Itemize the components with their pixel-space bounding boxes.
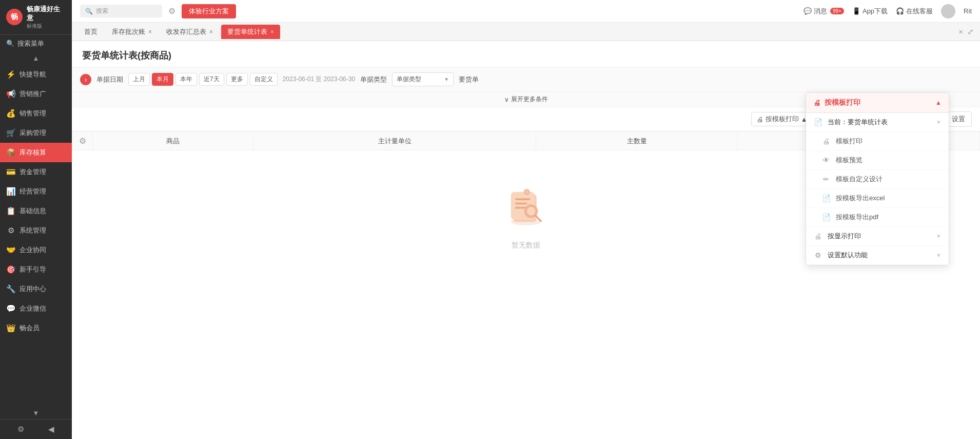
empty-state-illustration — [500, 181, 552, 233]
sidebar-item-app-center[interactable]: 🔧 应用中心 — [0, 279, 72, 299]
customer-service-button[interactable]: 🎧 在线客服 — [896, 7, 933, 16]
svg-rect-4 — [515, 203, 527, 204]
tab-window-close[interactable]: × — [958, 27, 963, 36]
sidebar-search[interactable]: 🔍 搜索菜单 — [0, 35, 72, 52]
filter-date-last-month[interactable]: 上月 — [128, 73, 150, 86]
tab-bar: 首页 库存批次账 × 收发存汇总表 × 要货单统计表 × × ⤢ — [72, 23, 980, 41]
dropdown-set-default[interactable]: ⚙ 设置默认功能 ▼ — [806, 246, 949, 265]
table-col-unit: 主计量单位 — [253, 132, 536, 150]
empty-state-text: 暂无数据 — [512, 241, 540, 250]
sidebar-item-basic[interactable]: 📋 基础信息 — [0, 201, 72, 221]
sidebar-item-label: 快捷导航 — [19, 70, 46, 79]
app-logo-icon: 畅 — [6, 9, 23, 25]
search-icon: 🔍 — [6, 40, 14, 47]
username-label[interactable]: Rit — [964, 7, 972, 15]
sidebar-item-label: 经营管理 — [19, 187, 46, 196]
print-template-button[interactable]: 🖨 按模板打印 ▲ — [751, 112, 813, 126]
sidebar-item-label: 库存核算 — [19, 148, 46, 157]
dropdown-header: 🖨 按模板打印 ▲ — [806, 93, 949, 113]
dropdown-item-template-preview[interactable]: 👁 模板预览 — [806, 151, 949, 170]
dropdown-title: 按模板打印 — [825, 98, 860, 107]
table-col-settings[interactable]: ⚙ — [72, 132, 93, 150]
dropdown-current-label: 当前：要货单统计表 — [828, 118, 888, 127]
sidebar-item-purchase[interactable]: 🛒 采购管理 — [0, 123, 72, 143]
template-print-icon: 🖨 — [821, 137, 831, 145]
sidebar-item-marketing[interactable]: 📢 营销推广 — [0, 84, 72, 104]
export-excel-icon: 📄 — [821, 194, 831, 202]
tab-receipt-summary[interactable]: 收发存汇总表 × — [160, 25, 219, 39]
filter-date-group: 上月 本月 本年 近7天 更多 自定义 2023-06-01 至 2023-06… — [128, 73, 355, 86]
filter-date-more[interactable]: 更多 — [226, 73, 248, 86]
sidebar-scroll-up[interactable]: ▲ — [0, 52, 72, 65]
sidebar-item-label: 采购管理 — [19, 128, 46, 138]
sidebar-item-label: 销售管理 — [19, 109, 46, 118]
sidebar-logo: 畅 畅康通好生意 标准版 — [0, 0, 72, 35]
sidebar-item-system[interactable]: ⚙ 系统管理 — [0, 221, 72, 240]
set-default-arrow: ▼ — [936, 252, 942, 258]
tab-close-receipt-summary[interactable]: × — [209, 28, 213, 35]
tab-close-order-summary[interactable]: × — [270, 28, 274, 35]
marketing-icon: 📢 — [6, 89, 15, 99]
filter-order-type-select[interactable]: 单据类型 ▼ — [392, 72, 454, 86]
sidebar-item-inventory[interactable]: 📦 库存核算 — [0, 143, 72, 162]
expand-icon: ∨ — [504, 96, 509, 103]
sidebar-item-guide[interactable]: 🎯 新手引导 — [0, 260, 72, 279]
sidebar-collapse-button[interactable]: ◀ — [48, 425, 54, 434]
sidebar-item-label: 畅会员 — [19, 323, 40, 333]
tab-window-expand[interactable]: ⤢ — [967, 27, 974, 36]
tab-home[interactable]: 首页 — [78, 25, 104, 39]
sidebar-item-operation[interactable]: 📊 经营管理 — [0, 182, 72, 201]
filter-date-custom[interactable]: 自定义 — [250, 73, 278, 86]
sidebar-scroll-down[interactable]: ▼ — [0, 407, 72, 419]
sidebar-item-wechat[interactable]: 💬 企业微信 — [0, 299, 72, 318]
app-download-button[interactable]: 📱 App下载 — [852, 7, 888, 16]
sidebar-item-finance[interactable]: 💳 资金管理 — [0, 162, 72, 182]
guide-icon: 🎯 — [6, 265, 15, 274]
set-default-icon: ⚙ — [813, 251, 822, 259]
inventory-batch-tab-label: 库存批次账 — [112, 27, 145, 36]
expand-text: 展开更多条件 — [511, 95, 548, 104]
purchase-icon: 🛒 — [6, 128, 15, 138]
tab-close-inventory-batch[interactable]: × — [148, 28, 152, 35]
tab-order-summary[interactable]: 要货单统计表 × — [221, 25, 280, 39]
table-settings-icon[interactable]: ⚙ — [79, 137, 86, 145]
customer-service-label: 在线客服 — [906, 7, 933, 16]
filter-expand-button[interactable]: › — [80, 74, 91, 85]
dropdown-item-export-excel[interactable]: 📄 按模板导出excel — [806, 189, 949, 208]
filter-date-7days[interactable]: 近7天 — [199, 73, 224, 86]
sidebar-item-sales[interactable]: 💰 销售管理 — [0, 104, 72, 123]
sidebar-settings-button[interactable]: ⚙ — [17, 425, 24, 434]
dropdown-item-template-print[interactable]: 🖨 模板打印 — [806, 132, 949, 151]
trial-button[interactable]: 体验行业方案 — [182, 4, 236, 18]
set-default-label: 设置默认功能 — [828, 251, 868, 260]
template-print-label: 模板打印 — [836, 137, 863, 146]
sidebar: 畅 畅康通好生意 标准版 🔍 搜索菜单 ▲ ⚡ 快捷导航 📢 营销推广 💰 销售… — [0, 0, 72, 439]
dropdown-header-right: ▲ — [935, 99, 942, 106]
dropdown-item-template-design[interactable]: ✏ 模板自定义设计 — [806, 170, 949, 189]
app-download-label: App下载 — [863, 7, 888, 16]
sidebar-item-member[interactable]: 👑 畅会员 — [0, 318, 72, 338]
tab-inventory-batch[interactable]: 库存批次账 × — [106, 25, 158, 39]
finance-icon: 💳 — [6, 167, 15, 177]
sidebar-item-label: 新手引导 — [19, 265, 46, 274]
user-avatar[interactable] — [941, 4, 955, 18]
topbar-search-placeholder: 搜索 — [96, 7, 108, 15]
dropdown-current-item[interactable]: 📄 当前：要货单统计表 ▼ — [806, 113, 949, 132]
dropdown-item-export-pdf[interactable]: 📄 按模板导出pdf — [806, 208, 949, 227]
dropdown-display-print[interactable]: 🖨 按显示打印 ▼ — [806, 227, 949, 246]
topbar-actions: 💬 消息 99+ 📱 App下载 🎧 在线客服 Rit — [803, 4, 972, 18]
home-tab-label: 首页 — [84, 27, 97, 36]
filter-date-this-month[interactable]: 本月 — [152, 73, 173, 86]
export-excel-label: 按模板导出excel — [836, 194, 885, 203]
page-content: 要货单统计表(按商品) › 单据日期 上月 本月 本年 近7天 更多 自定义 2… — [72, 41, 980, 439]
sidebar-footer: ⚙ ◀ — [0, 419, 72, 439]
topbar-gear-button[interactable]: ⚙ — [168, 6, 175, 16]
dropdown-close-button[interactable]: ▲ — [935, 99, 942, 106]
topbar-search-box[interactable]: 🔍 搜索 — [80, 5, 162, 17]
print-template-label: 按模板打印 — [766, 114, 799, 124]
table-col-quantity: 主数量 — [536, 132, 737, 150]
filter-date-this-year[interactable]: 本年 — [175, 73, 197, 86]
message-button[interactable]: 💬 消息 99+ — [803, 7, 844, 16]
sidebar-item-enterprise[interactable]: 🤝 企业协同 — [0, 240, 72, 260]
sidebar-item-quick-nav[interactable]: ⚡ 快捷导航 — [0, 65, 72, 84]
